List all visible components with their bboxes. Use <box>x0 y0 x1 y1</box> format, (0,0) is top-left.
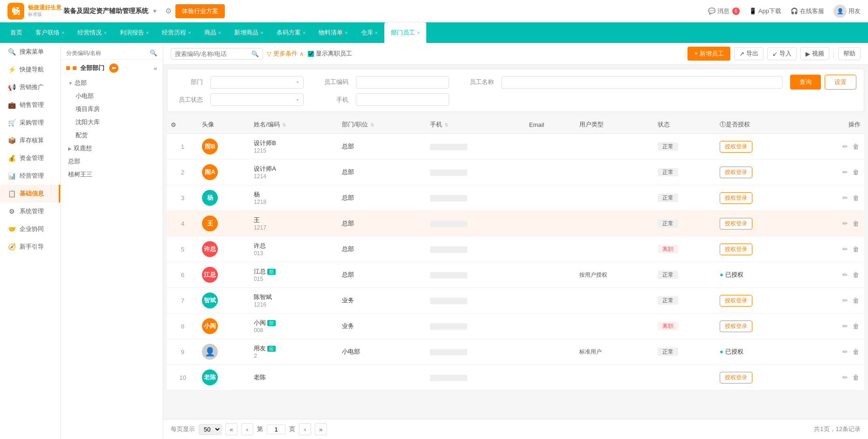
dept-search-input[interactable] <box>66 50 150 56</box>
edit-icon[interactable]: ✏ <box>842 194 848 202</box>
more-filter-btn[interactable]: ▽ 更多条件 ∧ <box>267 49 304 58</box>
nav-tab-经营情况[interactable]: 经营情况 × <box>71 22 113 43</box>
auth-login-button[interactable]: 授权登录 <box>720 244 752 255</box>
nav-tab-条码方案[interactable]: 条码方案 × <box>270 22 312 43</box>
nav-tab-物料清单[interactable]: 物料清单 × <box>312 22 354 43</box>
online-service-btn[interactable]: 🎧 在线客服 <box>791 7 824 15</box>
emp-status-select[interactable] <box>210 93 304 106</box>
nav-tab-客户联络[interactable]: 客户联络 × <box>29 22 71 43</box>
delete-icon[interactable]: 🗑 <box>853 143 859 150</box>
sidebar-item-新手引导[interactable]: 🧭新手引导 <box>0 238 60 256</box>
nav-tab-新增商品[interactable]: 新增商品 × <box>228 22 270 43</box>
set-button[interactable]: 设置 <box>825 75 856 90</box>
dept-select[interactable] <box>210 76 304 89</box>
tab-close-icon[interactable]: × <box>303 30 306 35</box>
delete-icon[interactable]: 🗑 <box>853 271 859 279</box>
gear-icon[interactable]: ⚙ <box>165 7 172 15</box>
delete-icon[interactable]: 🗑 <box>853 297 859 304</box>
show-resigned-check[interactable]: 显示离职员工 <box>308 49 352 58</box>
auth-login-button[interactable]: 授权登录 <box>720 321 752 332</box>
dept-item-project[interactable]: 项目库房 <box>72 103 159 116</box>
dept-collapse-btn[interactable]: « <box>154 65 157 72</box>
tab-close-icon[interactable]: × <box>218 30 221 35</box>
delete-icon[interactable]: 🗑 <box>853 245 859 253</box>
edit-icon[interactable]: ✏ <box>842 143 848 150</box>
sidebar-item-搜索菜单[interactable]: 🔍搜索菜单 <box>0 43 60 61</box>
tab-close-icon[interactable]: × <box>146 30 149 35</box>
tab-close-icon[interactable]: × <box>62 30 64 35</box>
auth-login-button[interactable]: 授权登录 <box>720 141 752 153</box>
sidebar-item-快捷导航[interactable]: ⚡快捷导航 <box>0 61 60 78</box>
sidebar-item-库存核算[interactable]: 📦库存核算 <box>0 132 60 149</box>
resigned-checkbox[interactable] <box>308 51 314 57</box>
edit-icon[interactable]: ✏ <box>842 322 848 330</box>
edit-icon[interactable]: ✏ <box>842 297 848 304</box>
last-page-btn[interactable]: » <box>315 423 327 435</box>
add-employee-button[interactable]: + 新增员工 <box>687 47 730 61</box>
dept-item-zongbu[interactable]: 总部 <box>64 155 159 168</box>
edit-icon[interactable]: ✏ <box>842 348 848 355</box>
dept-edit-icon[interactable]: ✏ <box>109 63 118 73</box>
delete-icon[interactable]: 🗑 <box>853 194 859 202</box>
edit-icon[interactable]: ✏ <box>842 245 848 253</box>
edit-icon[interactable]: ✏ <box>842 271 848 279</box>
delete-icon[interactable]: 🗑 <box>853 374 859 381</box>
tab-close-icon[interactable]: × <box>345 30 347 35</box>
app-download-btn[interactable]: 📱 App下载 <box>749 7 781 15</box>
nav-tab-部门员工[interactable]: 部门员工 × <box>384 22 426 43</box>
import-button[interactable]: ↙ 导入 <box>767 47 797 60</box>
sidebar-item-采购管理[interactable]: 🛒采购管理 <box>0 114 60 132</box>
page-input[interactable] <box>267 425 285 434</box>
nav-tab-首页[interactable]: 首页 <box>4 22 29 43</box>
dept-search-icon[interactable]: 🔍 <box>150 49 157 56</box>
tab-close-icon[interactable]: × <box>417 30 420 35</box>
nav-tab-商品[interactable]: 商品 × <box>198 22 228 43</box>
sidebar-item-基础信息[interactable]: 📋基础信息 <box>0 185 60 202</box>
dept-item-xiaodian[interactable]: 小电部 <box>72 90 159 103</box>
dept-item-peihuo[interactable]: 配货 <box>72 129 159 142</box>
tab-close-icon[interactable]: × <box>260 30 263 35</box>
first-page-btn[interactable]: « <box>225 423 237 435</box>
query-button[interactable]: 查询 <box>790 75 821 90</box>
delete-icon[interactable]: 🗑 <box>853 168 859 176</box>
delete-icon[interactable]: 🗑 <box>853 322 859 330</box>
auth-login-button[interactable]: 授权登录 <box>720 295 752 307</box>
view-button[interactable]: ▶ 视频 <box>800 47 829 60</box>
delete-icon[interactable]: 🗑 <box>853 220 859 227</box>
export-button[interactable]: ↗ 导出 <box>734 47 764 60</box>
nav-tab-利润报告[interactable]: 利润报告 × <box>113 22 155 43</box>
emp-name-input[interactable] <box>501 76 783 89</box>
sidebar-item-销售管理[interactable]: 💼销售管理 <box>0 96 60 114</box>
delete-icon[interactable]: 🗑 <box>853 348 859 355</box>
edit-icon[interactable]: ✏ <box>842 374 848 381</box>
search-input[interactable] <box>175 50 250 57</box>
edit-icon[interactable]: ✏ <box>842 220 848 227</box>
nav-tab-经营历程[interactable]: 经营历程 × <box>155 22 197 43</box>
message-btn[interactable]: 💬 消息 6 <box>708 7 740 15</box>
sidebar-item-经营管理[interactable]: 📊经营管理 <box>0 167 60 185</box>
dept-item-zhishu[interactable]: 植树王三 <box>64 168 159 181</box>
user-menu[interactable]: 👤 用友 <box>833 5 861 18</box>
auth-login-button[interactable]: 授权登录 <box>720 218 752 230</box>
sidebar-item-企业协同[interactable]: 🤝企业协同 <box>0 220 60 238</box>
help-button[interactable]: 帮助 <box>838 47 861 60</box>
tab-close-icon[interactable]: × <box>104 30 106 35</box>
tab-close-icon[interactable]: × <box>375 30 378 35</box>
system-dropdown-icon[interactable]: ▼ <box>152 8 158 14</box>
prev-page-btn[interactable]: ‹ <box>241 423 253 435</box>
trial-button[interactable]: 体验行业方案 <box>175 4 225 18</box>
dept-tree-parent-shuangluxiang[interactable]: ▶ 双鹿想 <box>64 142 159 155</box>
sidebar-item-营销推广[interactable]: 📢营销推广 <box>0 78 60 96</box>
search-icon[interactable]: 🔍 <box>251 50 259 57</box>
sidebar-item-资金管理[interactable]: 💰资金管理 <box>0 149 60 167</box>
edit-icon[interactable]: ✏ <box>842 168 848 176</box>
auth-login-button[interactable]: 授权登录 <box>720 372 752 383</box>
next-page-btn[interactable]: › <box>299 423 311 435</box>
dept-item-shenyang[interactable]: 沈阳大库 <box>72 116 159 129</box>
phone-input[interactable] <box>356 93 449 106</box>
dept-tree-parent-general[interactable]: ▼ 总部 <box>64 77 159 90</box>
sidebar-item-系统管理[interactable]: ⚙系统管理 <box>0 202 60 220</box>
auth-login-button[interactable]: 授权登录 <box>720 167 752 178</box>
page-size-select[interactable]: 50 <box>199 424 222 435</box>
tab-close-icon[interactable]: × <box>188 30 191 35</box>
